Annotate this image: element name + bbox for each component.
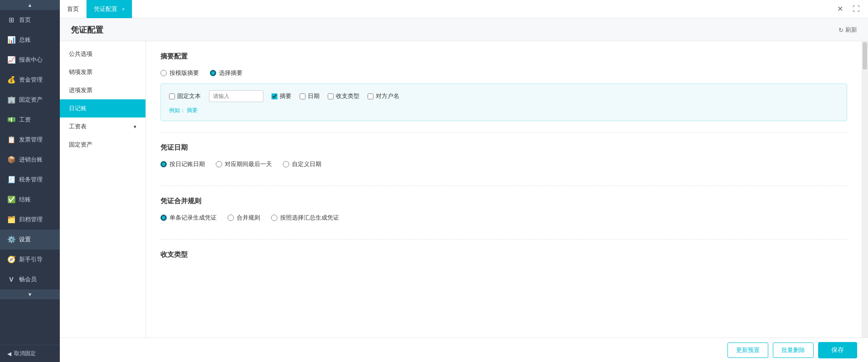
merge-rules-label: 合并规则 (237, 214, 260, 222)
radio-select-summary[interactable]: 选择摘要 (210, 69, 242, 77)
sidebar-item-tax[interactable]: 🧾 税务管理 (0, 170, 60, 190)
left-nav-item-label: 工资表 (69, 122, 87, 131)
refresh-label: 刷新 (845, 26, 857, 34)
sidebar-item-vip[interactable]: V 畅会员 (0, 269, 60, 289)
sidebar-item-label: 税务管理 (19, 176, 43, 184)
scrollbar-thumb[interactable] (863, 42, 867, 69)
body-layout: 公共选项 销项发票 进项发票 日记账 工资表 ▾ 固定资产 (60, 41, 868, 338)
unpin-icon: ◀ (7, 351, 11, 357)
checkbox-date[interactable]: 日期 (300, 92, 320, 100)
close-window-button[interactable]: ✕ (834, 3, 846, 15)
radio-custom-date[interactable]: 自定义日期 (283, 160, 321, 168)
right-content: 摘要配置 按模版摘要 选择摘要 (146, 41, 862, 338)
sidebar-item-label: 进销台账 (19, 156, 43, 164)
radio-select-aggregate[interactable]: 按照选择汇总生成凭证 (271, 214, 339, 222)
income-type-checkbox[interactable] (328, 93, 334, 99)
tax-icon: 🧾 (7, 176, 15, 184)
settle-icon: ✅ (7, 196, 15, 204)
sidebar-item-settings[interactable]: ⚙️ 设置 (0, 230, 60, 249)
summary-checkbox[interactable] (272, 93, 277, 99)
checkbox-summary[interactable]: 摘要 (272, 92, 291, 100)
sidebar-item-assets[interactable]: 🏢 固定资产 (0, 90, 60, 110)
left-nav-item-fixed-assets[interactable]: 固定资产 (60, 136, 145, 154)
income-type-label: 收支类型 (336, 92, 359, 100)
refresh-button[interactable]: ↻ 刷新 (839, 26, 857, 34)
sidebar-item-stock[interactable]: 📦 进销台账 (0, 150, 60, 170)
page-title: 凭证配置 (71, 24, 103, 35)
sidebar-item-label: 设置 (19, 235, 31, 244)
left-nav-item-label: 日记账 (69, 104, 87, 113)
summary-label: 摘要 (280, 92, 291, 100)
sidebar-item-salary[interactable]: 💵 工资 (0, 110, 60, 130)
left-nav-item-public[interactable]: 公共选项 (60, 45, 145, 63)
checkbox-fixed-text[interactable]: 固定文本 (169, 92, 201, 100)
sidebar-item-invoice[interactable]: 📋 发票管理 (0, 130, 60, 150)
tab-home-label: 首页 (67, 5, 79, 13)
sidebar-item-label: 首页 (19, 16, 31, 24)
select-aggregate-radio[interactable] (271, 215, 277, 221)
template-summary-radio[interactable] (160, 70, 167, 76)
by-journal-date-label: 按日记账日期 (170, 160, 205, 168)
sidebar-item-archive[interactable]: 🗂️ 归档管理 (0, 210, 60, 230)
radio-single-record[interactable]: 单条记录生成凭证 (160, 214, 217, 222)
sidebar-item-funds[interactable]: 💰 资金管理 (0, 70, 60, 90)
radio-merge-rules[interactable]: 合并规则 (228, 214, 260, 222)
fixed-text-label: 固定文本 (177, 92, 201, 100)
single-record-label: 单条记录生成凭证 (170, 214, 217, 222)
checkbox-income-type[interactable]: 收支类型 (328, 92, 359, 100)
custom-date-radio[interactable] (283, 161, 289, 167)
voucher-merge-title: 凭证合并规则 (160, 197, 847, 205)
tab-actions: ✕ ⛶ (834, 3, 868, 15)
left-nav-item-journal[interactable]: 日记账 (60, 99, 145, 117)
left-nav-item-label: 固定资产 (69, 141, 92, 149)
bottom-bar: 更新预置 批量删除 保存 (60, 338, 868, 362)
single-record-radio[interactable] (160, 215, 167, 221)
sidebar-scroll-down[interactable]: ▼ (0, 289, 60, 299)
left-nav-item-payroll[interactable]: 工资表 ▾ (60, 117, 145, 136)
merge-rules-radio[interactable] (228, 215, 234, 221)
vip-icon: V (7, 275, 15, 284)
ledger-icon: 📊 (7, 36, 15, 44)
fixed-text-checkbox[interactable] (169, 93, 175, 99)
batch-delete-button[interactable]: 批量删除 (773, 342, 814, 358)
counterpart-checkbox[interactable] (368, 93, 373, 99)
checkbox-counterpart[interactable]: 对方户名 (368, 92, 399, 100)
funds-icon: 💰 (7, 76, 15, 84)
fixed-text-input[interactable] (209, 90, 263, 102)
select-aggregate-label: 按照选择汇总生成凭证 (280, 214, 339, 222)
tab-voucher-config[interactable]: 凭证配置 × (87, 0, 132, 18)
sidebar-bottom-label: 取消固定 (14, 350, 36, 357)
fullscreen-button[interactable]: ⛶ (850, 3, 863, 15)
date-label: 日期 (308, 92, 320, 100)
refresh-icon: ↻ (839, 27, 844, 34)
update-preview-button[interactable]: 更新预置 (727, 342, 768, 358)
left-nav-item-sales-invoice[interactable]: 销项发票 (60, 63, 145, 81)
radio-last-day[interactable]: 对应期间最后一天 (216, 160, 272, 168)
sidebar-unpin-button[interactable]: ◀ 取消固定 (0, 345, 60, 362)
sidebar: ▲ ⊞ 首页 📊 总账 📈 报表中心 💰 资金管理 🏢 固定资产 💵 工资 📋 … (0, 0, 60, 362)
radio-template-summary[interactable]: 按模版摘要 (160, 69, 199, 77)
sidebar-item-reports[interactable]: 📈 报表中心 (0, 50, 60, 70)
left-nav: 公共选项 销项发票 进项发票 日记账 工资表 ▾ 固定资产 (60, 41, 146, 338)
tab-close-icon[interactable]: × (122, 6, 125, 12)
sidebar-item-ledger[interactable]: 📊 总账 (0, 30, 60, 50)
sidebar-scroll-up[interactable]: ▲ (0, 0, 60, 10)
home-icon: ⊞ (7, 16, 15, 24)
voucher-date-radio-group: 按日记账日期 对应期间最后一天 自定义日期 (160, 160, 847, 168)
by-journal-date-radio[interactable] (160, 161, 167, 167)
select-summary-radio[interactable] (210, 70, 216, 76)
sidebar-item-settle[interactable]: ✅ 结账 (0, 190, 60, 210)
date-checkbox[interactable] (300, 93, 305, 99)
tab-home[interactable]: 首页 (60, 0, 87, 18)
last-day-radio[interactable] (216, 161, 222, 167)
voucher-merge-radio-group: 单条记录生成凭证 合并规则 按照选择汇总生成凭证 (160, 214, 847, 222)
voucher-merge-section: 凭证合并规则 单条记录生成凭证 合并规则 按照选择汇总生成凭证 (160, 197, 847, 240)
save-button[interactable]: 保存 (818, 342, 857, 358)
left-nav-item-label: 销项发票 (69, 68, 92, 76)
settings-icon: ⚙️ (7, 235, 15, 244)
scrollbar-track (862, 41, 868, 338)
left-nav-item-purchase-invoice[interactable]: 进项发票 (60, 81, 145, 99)
radio-by-journal-date[interactable]: 按日记账日期 (160, 160, 205, 168)
sidebar-item-guide[interactable]: 🧭 新手引导 (0, 249, 60, 269)
sidebar-item-home[interactable]: ⊞ 首页 (0, 10, 60, 30)
